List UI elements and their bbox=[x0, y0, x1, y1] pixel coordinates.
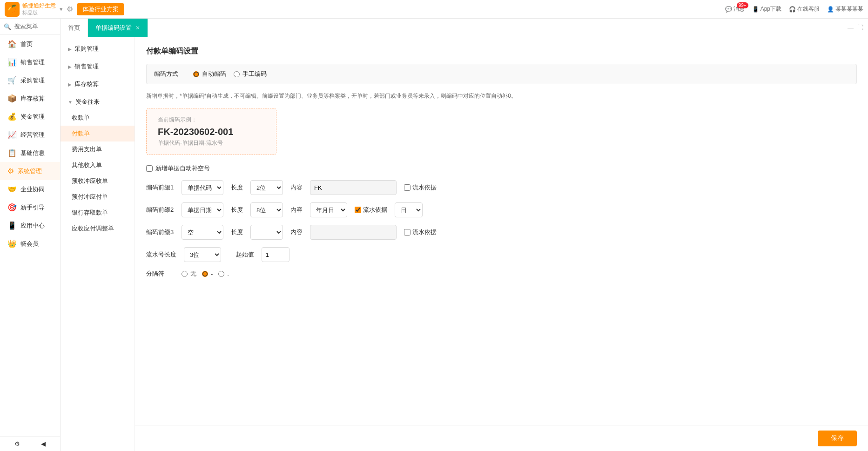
serial-length-row: 流水号长度 3位 4位 5位 6位 起始值 bbox=[146, 247, 857, 262]
separator-dot-radio[interactable] bbox=[218, 271, 224, 277]
tab-bar-actions: — ⛶ bbox=[843, 24, 868, 31]
prefix-3-serial-group: 流水依据 bbox=[404, 228, 437, 236]
tab-close-icon[interactable]: ✕ bbox=[135, 25, 140, 31]
prefix-2-length-select[interactable]: 8位 4位 6位 bbox=[250, 202, 283, 217]
message-button[interactable]: 💬 消息 99+ bbox=[725, 5, 745, 13]
sec-group-purchase-title[interactable]: ▶ 采购管理 bbox=[61, 41, 135, 57]
dropdown-arrow-icon[interactable]: ▾ bbox=[60, 6, 63, 13]
prefix-1-select[interactable]: 单据代码 部门 业务员 空 bbox=[182, 180, 223, 195]
app-download-button[interactable]: 📱 App下载 bbox=[752, 5, 781, 13]
tab-minimize-icon[interactable]: — bbox=[848, 24, 854, 31]
sidebar-item-basic[interactable]: 📋 基础信息 bbox=[0, 144, 60, 162]
sec-group-inventory2-title[interactable]: ▶ 库存核算 bbox=[61, 76, 135, 92]
home-icon: 🏠 bbox=[7, 40, 17, 48]
prefix-2-label: 编码前缀2 bbox=[146, 206, 174, 214]
prefix-3-content-input[interactable] bbox=[310, 225, 397, 240]
separator-radio-group: 无 - . bbox=[182, 269, 229, 278]
prefix-1-length-select[interactable]: 2位 4位 6位 bbox=[250, 180, 283, 195]
start-value-input[interactable] bbox=[262, 247, 289, 262]
sec-group-inventory2: ▶ 库存核算 bbox=[61, 76, 135, 92]
separator-row: 分隔符 无 - . bbox=[146, 269, 857, 278]
sidebar-item-purchase[interactable]: 🛒 采购管理 bbox=[0, 71, 60, 89]
sidebar-item-inventory[interactable]: 📦 库存核算 bbox=[0, 89, 60, 108]
sec-item-advance-receipt[interactable]: 预收冲应收单 bbox=[61, 173, 135, 189]
manual-encoding-radio[interactable] bbox=[234, 71, 240, 77]
sidebar-collapse-icon[interactable]: ◀ bbox=[41, 440, 46, 447]
sidebar-item-operations[interactable]: 📈 经营管理 bbox=[0, 126, 60, 144]
chevron-down-icon-4: ▼ bbox=[68, 100, 73, 105]
sec-item-other-income[interactable]: 其他收入单 bbox=[61, 157, 135, 173]
sidebar-item-sales[interactable]: 📊 销售管理 bbox=[0, 53, 60, 71]
prefix-1-serial-checkbox[interactable] bbox=[404, 184, 410, 191]
sidebar-item-member[interactable]: 👑 畅会员 bbox=[0, 235, 60, 253]
manual-encoding-option[interactable]: 手工编码 bbox=[234, 70, 267, 78]
trial-button[interactable]: 体验行业方案 bbox=[77, 3, 124, 15]
prefix-3-length-select[interactable] bbox=[250, 225, 283, 240]
online-service-button[interactable]: 🎧 在线客服 bbox=[789, 5, 820, 13]
page-wrapper: 付款单编码设置 编码方式 自动编码 手工编码 bbox=[135, 37, 868, 451]
settings-icon[interactable]: ⚙ bbox=[67, 5, 73, 13]
sec-item-payable-adjust[interactable]: 应收应付调整单 bbox=[61, 221, 135, 236]
operations-icon: 📈 bbox=[7, 130, 17, 139]
sec-item-receipt[interactable]: 收款单 bbox=[61, 110, 135, 126]
sales-icon: 📊 bbox=[7, 58, 17, 67]
tab-home[interactable]: 首页 bbox=[61, 19, 88, 37]
auto-encoding-radio[interactable] bbox=[193, 71, 199, 77]
sidebar-item-system[interactable]: ⚙ 系统管理 bbox=[0, 162, 60, 180]
message-badge: 99+ bbox=[737, 2, 748, 8]
appcenter-icon: 📱 bbox=[7, 221, 17, 230]
prefix-3-select[interactable]: 空 单据代码 部门 bbox=[182, 225, 223, 240]
prefix-2-serial-unit-select[interactable]: 日 月 年 bbox=[395, 202, 423, 217]
basic-icon: 📋 bbox=[7, 148, 17, 157]
separator-dot-option[interactable]: . bbox=[218, 270, 229, 277]
tab-encoding[interactable]: 单据编码设置 ✕ bbox=[88, 19, 148, 37]
message-icon: 💬 bbox=[725, 6, 732, 13]
prefix-row-1: 编码前缀1 单据代码 部门 业务员 空 长度 2位 4位 6位 bbox=[146, 180, 857, 195]
sidebar-item-newguide[interactable]: 🎯 新手引导 bbox=[0, 198, 60, 216]
separator-none-radio[interactable] bbox=[182, 271, 188, 277]
search-icon: 🔍 bbox=[4, 23, 11, 30]
sec-group-sales2-title[interactable]: ▶ 销售管理 bbox=[61, 59, 135, 74]
sidebar-settings-icon[interactable]: ⚙ bbox=[14, 440, 20, 447]
sidebar: 🔍 搜索菜单 🏠 首页 📊 销售管理 🛒 采购管理 📦 库存核算 💰 资金管理 … bbox=[0, 19, 61, 451]
inventory-icon: 📦 bbox=[7, 94, 17, 103]
prefix-row-3: 编码前缀3 空 单据代码 部门 长度 内容 bbox=[146, 225, 857, 240]
chevron-right-icon-2: ▶ bbox=[68, 64, 72, 69]
separator-dash-radio[interactable] bbox=[202, 271, 208, 277]
sec-group-funds: ▼ 资金往来 收款单 付款单 费用支出单 其他收入单 预收冲应收单 预付冲应付单… bbox=[61, 94, 135, 236]
sec-group-funds-title[interactable]: ▼ 资金往来 bbox=[61, 94, 135, 110]
page-content: 付款单编码设置 编码方式 自动编码 手工编码 bbox=[135, 37, 868, 425]
tab-maximize-icon[interactable]: ⛶ bbox=[857, 24, 863, 31]
sec-item-expense[interactable]: 费用支出单 bbox=[61, 141, 135, 157]
prefix-1-content-input[interactable] bbox=[310, 180, 397, 195]
prefix-2-serial-checkbox[interactable] bbox=[355, 207, 361, 213]
prefix-1-label: 编码前缀1 bbox=[146, 183, 174, 192]
main: 首页 单据编码设置 ✕ — ⛶ ▶ 采购管理 bbox=[61, 19, 868, 451]
sec-item-bank-deposit[interactable]: 银行存取款单 bbox=[61, 205, 135, 221]
sidebar-item-finance[interactable]: 💰 资金管理 bbox=[0, 108, 60, 126]
save-button[interactable]: 保存 bbox=[818, 431, 857, 446]
separator-dash-option[interactable]: - bbox=[202, 270, 213, 277]
content-area: ▶ 采购管理 ▶ 销售管理 ▶ 库存核算 bbox=[61, 37, 868, 451]
sidebar-item-appcenter[interactable]: 📱 应用中心 bbox=[0, 216, 60, 235]
auto-encoding-option[interactable]: 自动编码 bbox=[193, 70, 226, 78]
search-menu[interactable]: 🔍 搜索菜单 bbox=[0, 19, 60, 35]
prefix-3-serial-checkbox[interactable] bbox=[404, 229, 410, 236]
user-account[interactable]: 👤 某某某某某 bbox=[827, 5, 863, 13]
serial-length-select[interactable]: 3位 4位 5位 6位 bbox=[184, 247, 221, 262]
sidebar-item-home[interactable]: 🏠 首页 bbox=[0, 35, 60, 53]
prefix-2-select[interactable]: 单据日期 单据代码 部门 空 bbox=[182, 202, 223, 217]
separator-none-option[interactable]: 无 bbox=[182, 269, 196, 278]
sec-group-purchase: ▶ 采购管理 bbox=[61, 41, 135, 57]
prefix-2-content-select[interactable]: 年月日 年月 年 bbox=[310, 202, 347, 217]
sec-item-advance-payment[interactable]: 预付冲应付单 bbox=[61, 189, 135, 205]
info-text: 新增单据时，*单据编码*自动生成，不可编辑。前缀设置为部门、业务员等档案类，开单… bbox=[146, 92, 857, 101]
auto-fill-checkbox[interactable] bbox=[146, 165, 153, 172]
auto-fill-row: 新增单据自动补空号 bbox=[146, 164, 857, 173]
chevron-right-icon: ▶ bbox=[68, 47, 72, 52]
app-icon: 📱 bbox=[752, 6, 759, 13]
sidebar-item-enterprise[interactable]: 🤝 企业协同 bbox=[0, 180, 60, 198]
sec-item-payment[interactable]: 付款单 bbox=[61, 126, 135, 141]
page-title: 付款单编码设置 bbox=[146, 47, 857, 56]
prefix-2-content-label: 内容 bbox=[290, 206, 303, 214]
